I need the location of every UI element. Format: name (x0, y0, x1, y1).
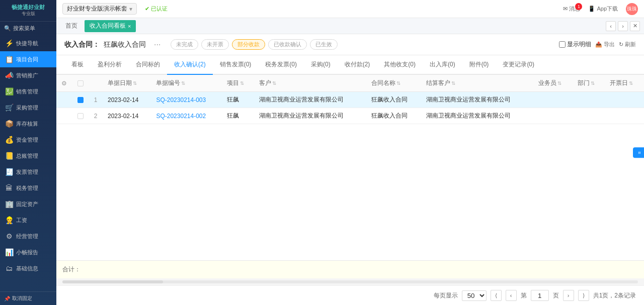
sidebar-item-base-info[interactable]: 🗂 基础信息 (0, 260, 56, 276)
tab-next-button[interactable]: › (618, 21, 628, 31)
end-customer-cell: 湖南卫视商业运营发展有限公司 (421, 92, 533, 108)
search-menu[interactable]: 🔍 搜索菜单 (0, 22, 56, 35)
subtab-contract-std[interactable]: 合同标的 (129, 55, 167, 75)
data-table-wrapper: ⚙ 单据日期⇅ 单据编号⇅ (56, 75, 644, 305)
page-number-input[interactable] (531, 290, 549, 301)
subtab-other-income[interactable]: 其他收支(0) (377, 55, 423, 75)
status-effective-button[interactable]: 已生效 (310, 39, 338, 50)
sidebar-item-general-ledger[interactable]: 📒 总账管理 (0, 148, 56, 164)
sidebar-item-labor[interactable]: 👷 工资 (0, 212, 56, 228)
checkbox-column-header (72, 75, 89, 92)
app-sub: 专业版 (22, 11, 35, 17)
prev-page-button[interactable]: ‹ (506, 290, 517, 301)
user-avatar-area[interactable]: 珠珠 (626, 3, 638, 15)
message-button[interactable]: ✉ 消息 1 (563, 5, 580, 13)
salesperson-cell (533, 108, 573, 124)
customer-column-header[interactable]: 客户⇅ (254, 75, 366, 92)
subtab-warehouse[interactable]: 出入库(0) (423, 55, 462, 75)
scrollbar-track[interactable] (62, 280, 638, 283)
department-column-header[interactable]: 部门⇅ (573, 75, 605, 92)
tab-income-contract-board[interactable]: 收入合同看板 × (85, 20, 136, 32)
dept-sort-icon: ⇅ (591, 80, 595, 86)
show-detail-checkbox[interactable] (559, 41, 566, 48)
show-detail-toggle[interactable]: 显示明细 (559, 40, 591, 49)
refresh-button[interactable]: ↻ 刷新 (619, 41, 636, 48)
export-icon: 📤 (595, 41, 602, 48)
quick-action-panel[interactable]: ≡ (633, 147, 644, 158)
code-cell[interactable]: SQ-20230214-003 (151, 92, 222, 108)
close-tab-icon[interactable]: × (128, 23, 131, 29)
date-column-header[interactable]: 单据日期⇅ (103, 75, 151, 92)
subtab-overview[interactable]: 看板 (64, 55, 91, 75)
code-link[interactable]: SQ-20230214-002 (156, 113, 206, 120)
sidebar-item-reports[interactable]: 📊 小畅报告 (0, 244, 56, 260)
export-button[interactable]: 📤 导出 (595, 41, 615, 48)
subtab-attachment[interactable]: 附件(0) (462, 55, 496, 75)
contract-name-cell: 狂飙收入合同 (366, 92, 421, 108)
company-selector[interactable]: 好业财专业版演示帐套 ▾ (62, 3, 137, 15)
labor-icon: 👷 (5, 216, 13, 224)
sidebar-item-fixed-assets[interactable]: 🏢 固定资产 (0, 196, 56, 212)
sidebar-footer: 📌 取消固定 (0, 291, 56, 305)
subtab-income-confirm[interactable]: 收入确认(2) (167, 55, 213, 75)
status-confirmed-button[interactable]: 已收款确认 (268, 39, 307, 50)
tab-prev-button[interactable]: ‹ (606, 21, 616, 31)
sidebar-item-funds[interactable]: 💰 资金管理 (0, 132, 56, 148)
ledger-icon: 📒 (5, 152, 13, 160)
salesperson-column-header[interactable]: 业务员⇅ (533, 75, 573, 92)
sidebar-item-purchase[interactable]: 🛒 采购管理 (0, 99, 56, 116)
search-icon: 🔍 (4, 25, 11, 32)
code-column-header[interactable]: 单据编号⇅ (151, 75, 222, 92)
status-partial-button[interactable]: 部分收款 (232, 39, 265, 50)
row-checkbox[interactable] (77, 113, 84, 119)
contract-name-column-header[interactable]: 合同名称⇅ (366, 75, 421, 92)
sidebar: 畅捷通好业财 专业版 🔍 搜索菜单 ⚡ 快捷导航 📋 项目合同 📣 营销推广 💹… (0, 0, 56, 305)
invoice-date-column-header[interactable]: 开票日⇅ (605, 75, 644, 92)
first-page-button[interactable]: ⟨ (491, 290, 502, 301)
date-sort-icon: ⇅ (133, 80, 137, 86)
project-column-header[interactable]: 项目⇅ (222, 75, 254, 92)
sidebar-item-invoice-mgmt[interactable]: 🧾 发票管理 (0, 164, 56, 180)
select-all-checkbox[interactable] (77, 80, 84, 86)
contract-label: 收入合同： (64, 40, 100, 49)
subtab-sales-invoice[interactable]: 销售发票(0) (213, 55, 259, 75)
code-cell[interactable]: SQ-20230214-002 (151, 108, 222, 124)
last-page-button[interactable]: ⟩ (578, 290, 589, 301)
status-incomplete-button[interactable]: 未完成 (171, 39, 198, 50)
sidebar-item-inventory[interactable]: 📦 库存核算 (0, 116, 56, 132)
end-customer-column-header[interactable]: 结算客户⇅ (421, 75, 533, 92)
fixed-assets-icon: 🏢 (5, 200, 13, 208)
sidebar-item-ops-mgmt[interactable]: ⚙ 经营管理 (0, 228, 56, 244)
more-options-button[interactable]: ··· (154, 40, 160, 49)
tab-close-button[interactable]: ✕ (630, 21, 640, 31)
inventory-icon: 📦 (5, 120, 13, 128)
checkbox-cell[interactable] (72, 92, 89, 108)
settings-icon[interactable]: ⚙ (61, 80, 67, 87)
subtab-tax-invoice[interactable]: 税务发票(0) (258, 55, 304, 75)
horizontal-scrollbar-area (56, 278, 644, 285)
sidebar-item-quick-nav[interactable]: ⚡ 快捷导航 (0, 35, 56, 51)
subtab-payment[interactable]: 收付款(2) (338, 55, 377, 75)
scrollbar-thumb[interactable] (62, 280, 163, 283)
total-info: 共1页，2条记录 (593, 291, 636, 300)
salesperson-cell (533, 92, 573, 108)
checkbox-cell[interactable] (72, 108, 89, 124)
sidebar-item-sales[interactable]: 💹 销售管理 (0, 83, 56, 99)
app-download-button[interactable]: 📱 App下载 (588, 5, 618, 13)
sidebar-item-tax[interactable]: 🏛 税务管理 (0, 180, 56, 196)
subtab-profit[interactable]: 盈利分析 (91, 55, 129, 75)
subtab-change-log[interactable]: 变更记录(0) (496, 55, 541, 75)
tab-home[interactable]: 首页 (60, 18, 83, 34)
next-page-button[interactable]: › (563, 290, 574, 301)
status-uninvoiced-button[interactable]: 未开票 (201, 39, 229, 50)
reports-icon: 📊 (5, 248, 13, 256)
page-size-select[interactable]: 50 (462, 290, 487, 301)
purchase-icon: 🛒 (5, 104, 13, 112)
row-checkbox[interactable] (77, 97, 84, 103)
code-link[interactable]: SQ-20230214-003 (156, 96, 206, 104)
download-icon: 📱 (588, 6, 595, 12)
sidebar-item-marketing[interactable]: 📣 营销推广 (0, 67, 56, 83)
sidebar-item-project-contract[interactable]: 📋 项目合同 (0, 51, 56, 67)
table-summary: 合计： (56, 260, 644, 278)
subtab-purchase[interactable]: 采购(0) (304, 55, 338, 75)
